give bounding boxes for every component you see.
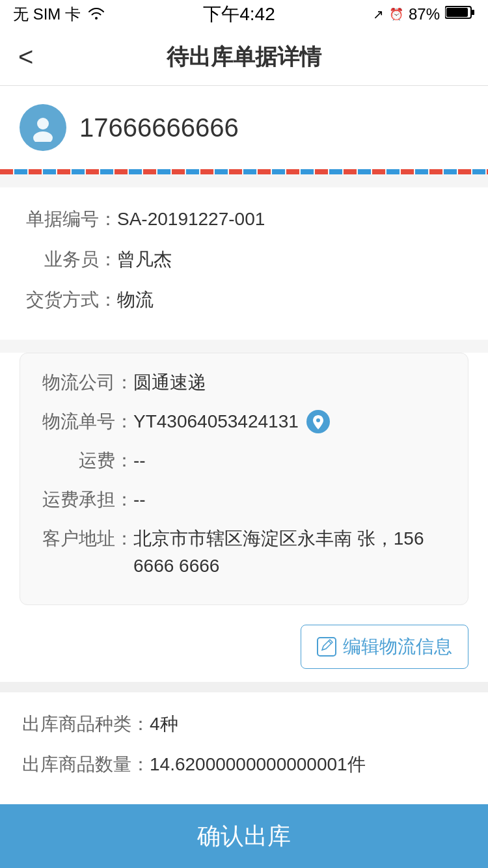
user-header: 17666666666	[0, 86, 488, 169]
user-phone: 17666666666	[79, 113, 239, 142]
nav-title: 待出库单据详情	[167, 42, 321, 72]
freight-bearer-value: --	[133, 486, 452, 513]
alarm-icon: ⏰	[389, 7, 403, 21]
wifi-icon	[87, 5, 105, 23]
product-quantity-label: 出库商品数量：	[20, 751, 150, 778]
product-types-label: 出库商品种类：	[20, 711, 150, 738]
back-button[interactable]: <	[18, 42, 33, 72]
edit-logistics-label: 编辑物流信息	[343, 634, 452, 659]
location-status-icon: ↗	[373, 7, 384, 22]
freight-label: 运费：	[36, 447, 133, 474]
logistics-card: 物流公司： 圆通速递 物流单号： YT43064053424131 运费： --…	[20, 353, 468, 605]
logistics-tracking-value: YT43064053424131	[133, 408, 452, 435]
svg-rect-6	[318, 638, 336, 656]
salesman-row: 业务员： 曾凡杰	[20, 246, 468, 273]
svg-rect-2	[446, 8, 468, 17]
svg-point-5	[306, 410, 330, 433]
delivery-label: 交货方式：	[20, 286, 117, 314]
product-types-value: 4种	[150, 711, 468, 738]
freight-value: --	[133, 447, 452, 474]
status-left: 无 SIM 卡	[13, 4, 105, 25]
doc-number-label: 单据编号：	[20, 206, 117, 233]
product-types-row: 出库商品种类： 4种	[20, 711, 468, 738]
dashed-divider	[0, 169, 488, 174]
logistics-tracking-label: 物流单号：	[36, 408, 133, 435]
edit-icon	[317, 637, 336, 657]
battery-icon	[445, 5, 475, 23]
logistics-company-row: 物流公司： 圆通速递	[36, 369, 452, 396]
address-row: 客户地址： 北京市市辖区海淀区永丰南 张，156 6666 6666	[36, 525, 452, 580]
delivery-row: 交货方式： 物流	[20, 286, 468, 314]
logistics-company-value: 圆通速递	[133, 369, 452, 396]
svg-point-4	[33, 131, 53, 142]
product-quantity-row: 出库商品数量： 14.62000000000000001件	[20, 751, 468, 778]
battery-label: 87%	[409, 5, 440, 23]
logistics-company-label: 物流公司：	[36, 369, 133, 396]
document-info-section: 单据编号： SA-20191227-001 业务员： 曾凡杰 交货方式： 物流	[0, 187, 488, 340]
stats-section: 出库商品种类： 4种 出库商品数量： 14.62000000000000001件	[0, 692, 488, 804]
edit-logistics-button[interactable]: 编辑物流信息	[301, 625, 468, 669]
doc-number-row: 单据编号： SA-20191227-001	[20, 206, 468, 233]
carrier-label: 无 SIM 卡	[13, 4, 81, 25]
confirm-outbound-button[interactable]: 确认出库	[0, 804, 488, 868]
doc-number-value: SA-20191227-001	[117, 206, 468, 233]
salesman-label: 业务员：	[20, 246, 117, 273]
nav-bar: < 待出库单据详情	[0, 29, 488, 86]
section-divider	[0, 682, 488, 692]
edit-btn-container: 编辑物流信息	[0, 618, 488, 682]
freight-row: 运费： --	[36, 447, 452, 474]
logistics-tracking-row: 物流单号： YT43064053424131	[36, 408, 452, 435]
freight-bearer-row: 运费承担： --	[36, 486, 452, 513]
status-bar: 无 SIM 卡 下午4:42 ↗ ⏰ 87%	[0, 0, 488, 29]
svg-rect-1	[472, 10, 474, 15]
address-value: 北京市市辖区海淀区永丰南 张，156 6666 6666	[133, 525, 452, 580]
status-time: 下午4:42	[203, 2, 275, 27]
address-label: 客户地址：	[36, 525, 133, 552]
user-avatar	[20, 104, 66, 151]
delivery-value: 物流	[117, 286, 468, 314]
map-pin-icon[interactable]	[306, 410, 330, 433]
confirm-outbound-label: 确认出库	[197, 821, 291, 852]
product-quantity-value: 14.62000000000000001件	[150, 751, 468, 778]
svg-point-3	[37, 118, 49, 129]
freight-bearer-label: 运费承担：	[36, 486, 133, 513]
salesman-value: 曾凡杰	[117, 246, 468, 273]
status-right: ↗ ⏰ 87%	[373, 5, 475, 23]
